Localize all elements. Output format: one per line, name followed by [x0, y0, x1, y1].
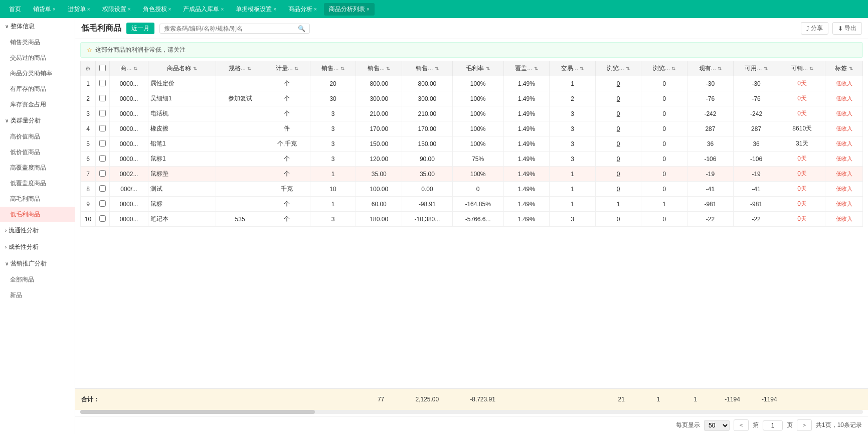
- row-select-checkbox[interactable]: [99, 140, 106, 147]
- nav-home[interactable]: 首页: [4, 3, 26, 16]
- sidebar-item-new-goods[interactable]: 新品: [0, 287, 75, 303]
- horizontal-scrollbar[interactable]: [80, 410, 863, 414]
- nav-role-auth[interactable]: 角色授权 ×: [138, 3, 177, 16]
- sidebar-item-high-profit[interactable]: 高毛利商品: [0, 191, 75, 207]
- nav-product-analysis-list[interactable]: 商品分析列表 ×: [324, 3, 375, 16]
- sidebar-item-all-goods[interactable]: 全部商品: [0, 272, 75, 287]
- row-select-checkbox[interactable]: [99, 95, 106, 101]
- row-select-checkbox[interactable]: [99, 185, 106, 192]
- row-checkbox[interactable]: [96, 106, 110, 121]
- sidebar-item-low-profit[interactable]: 低毛利商品: [0, 207, 75, 222]
- col-gross-rate[interactable]: 毛利率 ⇅: [452, 61, 503, 76]
- prev-page-button[interactable]: ＜: [734, 419, 749, 431]
- period-button[interactable]: 近一月: [126, 23, 154, 34]
- row-browse1[interactable]: 0: [595, 212, 641, 227]
- col-trans[interactable]: 交易... ⇅: [550, 61, 596, 76]
- col-current[interactable]: 现有... ⇅: [687, 61, 734, 76]
- row-select-checkbox[interactable]: [99, 110, 106, 116]
- per-page-select[interactable]: 50 100 200: [704, 420, 730, 431]
- col-tag[interactable]: 标签 ⇅: [825, 61, 863, 76]
- row-browse1[interactable]: 0: [595, 182, 641, 197]
- sidebar-item-low-value[interactable]: 低价值商品: [0, 144, 75, 160]
- col-browse2[interactable]: 浏览... ⇅: [641, 61, 687, 76]
- row-checkbox[interactable]: [96, 76, 110, 91]
- col-checkbox[interactable]: [96, 61, 110, 76]
- col-name[interactable]: 商品名称 ⇅: [148, 61, 216, 76]
- row-checkbox[interactable]: [96, 167, 110, 182]
- col-code[interactable]: 商... ⇅: [110, 61, 148, 76]
- col-spec[interactable]: 规格... ⇅: [216, 61, 264, 76]
- row-browse1[interactable]: 0: [595, 152, 641, 167]
- share-button[interactable]: ⤴ 分享: [801, 22, 828, 35]
- sidebar-item-traded-goods[interactable]: 交易过的商品: [0, 50, 75, 66]
- row-browse1[interactable]: 0: [595, 106, 641, 121]
- nav-template-settings[interactable]: 单据模板设置 ×: [231, 3, 281, 16]
- row-checkbox[interactable]: [96, 91, 110, 106]
- sidebar-group-overall[interactable]: ∨ 整体信息: [0, 18, 75, 35]
- close-icon[interactable]: ×: [128, 7, 131, 12]
- close-icon[interactable]: ×: [87, 7, 90, 12]
- row-browse1[interactable]: 0: [595, 136, 641, 152]
- row-browse1[interactable]: 0: [595, 121, 641, 136]
- row-checkbox[interactable]: [96, 136, 110, 152]
- sidebar-item-high-value[interactable]: 高价值商品: [0, 129, 75, 144]
- row-checkbox[interactable]: [96, 212, 110, 227]
- close-icon[interactable]: ×: [314, 7, 317, 12]
- col-browse1[interactable]: 浏览... ⇅: [595, 61, 641, 76]
- row-select-checkbox[interactable]: [99, 200, 106, 207]
- sidebar-group-marketing[interactable]: ∨ 营销推广分析: [0, 255, 75, 272]
- sidebar-item-sales-goods[interactable]: 销售类商品: [0, 35, 75, 50]
- row-checkbox[interactable]: [96, 152, 110, 167]
- search-icon[interactable]: 🔍: [298, 25, 305, 32]
- row-browse1[interactable]: 1: [595, 197, 641, 212]
- close-icon[interactable]: ×: [168, 7, 171, 12]
- nav-product-entry[interactable]: 产成品入库单 ×: [178, 3, 229, 16]
- select-all-checkbox[interactable]: [99, 65, 106, 71]
- sidebar-item-stock-capital[interactable]: 库存资金占用: [0, 97, 75, 112]
- sidebar-group-growth[interactable]: › 成长性分析: [0, 239, 75, 255]
- row-select-checkbox[interactable]: [99, 155, 106, 162]
- sidebar-item-low-coverage[interactable]: 低覆盖度商品: [0, 176, 75, 191]
- nav-product-analysis[interactable]: 商品分析 ×: [283, 3, 322, 16]
- row-checkbox[interactable]: [96, 197, 110, 212]
- row-browse1[interactable]: 0: [595, 167, 641, 182]
- sidebar-item-stocked-goods[interactable]: 有库存的商品: [0, 81, 75, 97]
- row-browse1[interactable]: 0: [595, 91, 641, 106]
- close-icon[interactable]: ×: [221, 7, 224, 12]
- row-checkbox[interactable]: [96, 121, 110, 136]
- page-input[interactable]: [763, 420, 783, 430]
- sidebar-item-high-coverage[interactable]: 高覆盖度商品: [0, 160, 75, 176]
- nav-purchase-order[interactable]: 进货单 ×: [63, 3, 95, 16]
- row-browse1[interactable]: 0: [595, 76, 641, 91]
- nav-sales-order[interactable]: 销货单 ×: [28, 3, 61, 16]
- row-checkbox[interactable]: [96, 182, 110, 197]
- col-sales-qty[interactable]: 销售... ⇅: [310, 61, 356, 76]
- col-sales-price[interactable]: 销售... ⇅: [356, 61, 402, 76]
- close-icon[interactable]: ×: [53, 7, 56, 12]
- row-select-checkbox[interactable]: [99, 80, 106, 86]
- row-select-checkbox[interactable]: [99, 170, 106, 177]
- col-unit[interactable]: 计量... ⇅: [264, 61, 310, 76]
- table-wrapper[interactable]: ⚙ 商... ⇅ 商品名称 ⇅ 规格... ⇅ 计量... ⇅ 销售... ⇅ …: [75, 61, 868, 388]
- nav-permission[interactable]: 权限设置 ×: [97, 3, 136, 16]
- close-icon[interactable]: ×: [367, 7, 370, 12]
- sidebar-group-circulation[interactable]: › 流通性分析: [0, 222, 75, 239]
- row-current: -242: [687, 106, 734, 121]
- sidebar-group-cluster-analysis[interactable]: ∨ 类群量分析: [0, 112, 75, 129]
- close-icon[interactable]: ×: [273, 7, 276, 12]
- col-available[interactable]: 可用... ⇅: [733, 61, 779, 76]
- row-spec: [216, 76, 264, 91]
- scrollbar-thumb[interactable]: [80, 410, 315, 414]
- search-input[interactable]: [164, 25, 298, 32]
- next-page-button[interactable]: ＞: [797, 419, 812, 431]
- settings-icon[interactable]: ⚙: [85, 65, 91, 72]
- col-coverage[interactable]: 覆盖... ⇅: [503, 61, 550, 76]
- sidebar-item-category-sales-rate[interactable]: 商品分类助销率: [0, 66, 75, 81]
- col-settings[interactable]: ⚙: [81, 61, 96, 76]
- row-select-checkbox[interactable]: [99, 215, 106, 222]
- col-salable[interactable]: 可销... ⇅: [779, 61, 825, 76]
- col-sales-amount[interactable]: 销售... ⇅: [402, 61, 453, 76]
- row-select-checkbox[interactable]: [99, 125, 106, 131]
- export-icon: ⬇: [838, 25, 843, 32]
- export-button[interactable]: ⬇ 导出: [832, 22, 862, 35]
